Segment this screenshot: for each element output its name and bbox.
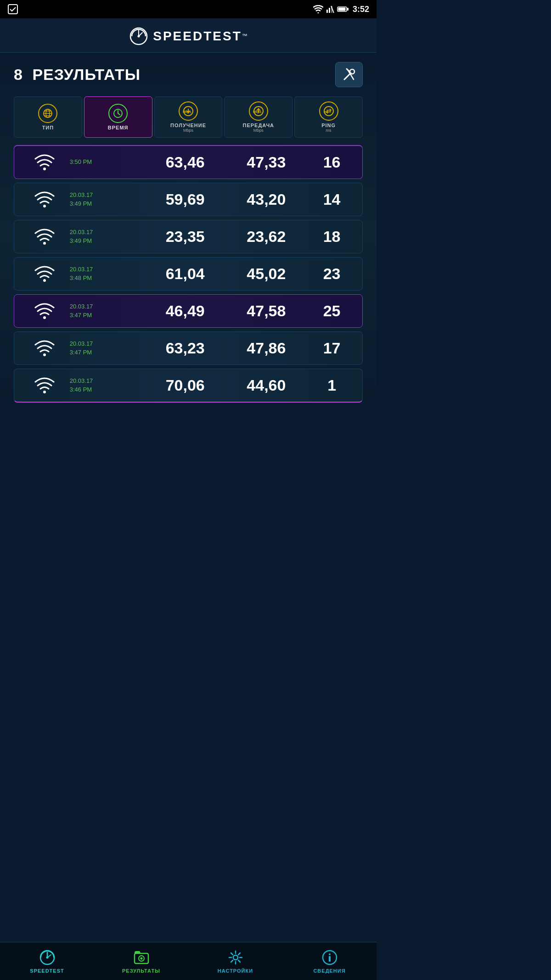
upload-icon: Mbps bbox=[252, 106, 265, 117]
column-headers: ТИП ВРЕМЯ Mbps П bbox=[14, 96, 363, 138]
main-content: 8 РЕЗУЛЬТАТЫ bbox=[0, 53, 377, 412]
speedometer-icon bbox=[129, 27, 148, 46]
download-speed: 61,04 bbox=[145, 265, 226, 283]
timestamp: 20.03.173:49 PM bbox=[70, 191, 145, 207]
svg-rect-8 bbox=[347, 8, 349, 11]
upload-speed: 47,33 bbox=[226, 153, 307, 171]
download-speed: 59,69 bbox=[145, 190, 226, 208]
ping-value: 1 bbox=[307, 376, 357, 394]
download-speed: 70,06 bbox=[145, 376, 226, 394]
svg-point-34 bbox=[43, 168, 46, 170]
battery-icon bbox=[337, 6, 349, 12]
table-row[interactable]: 20.03.173:49 PM23,3523,6218 bbox=[14, 220, 363, 253]
results-count-title: 8 РЕЗУЛЬТАТЫ bbox=[14, 66, 141, 84]
signal-icon bbox=[326, 5, 334, 13]
upload-speed: 23,62 bbox=[226, 228, 307, 246]
upload-speed: 45,02 bbox=[226, 265, 307, 283]
timestamp: 20.03.173:48 PM bbox=[70, 265, 145, 282]
clock-icon bbox=[112, 108, 124, 119]
checkmark-icon bbox=[7, 4, 18, 15]
download-icon: Mbps bbox=[182, 106, 195, 117]
timestamp: 20.03.173:47 PM bbox=[70, 302, 145, 319]
status-left bbox=[7, 4, 18, 15]
table-row[interactable]: 3:50 PM63,4647,3316 bbox=[14, 145, 363, 179]
wifi-type-icon bbox=[20, 377, 70, 394]
ping-value: 18 bbox=[307, 228, 357, 246]
wifi-type-icon bbox=[20, 266, 70, 282]
wifi-type-icon bbox=[20, 154, 70, 171]
app-header: SPEEDTEST™ bbox=[0, 18, 377, 53]
svg-point-40 bbox=[43, 391, 46, 393]
wifi-type-icon bbox=[20, 191, 70, 208]
svg-point-36 bbox=[43, 242, 46, 245]
ping-value: 23 bbox=[307, 265, 357, 283]
svg-point-37 bbox=[43, 279, 46, 282]
app-title: SPEEDTEST™ bbox=[153, 29, 247, 44]
svg-line-15 bbox=[347, 69, 349, 71]
status-bar: 3:52 bbox=[0, 0, 377, 18]
download-speed: 23,35 bbox=[145, 228, 226, 246]
speedtest-logo: SPEEDTEST™ bbox=[129, 27, 247, 46]
table-row[interactable]: 20.03.173:46 PM70,0644,601 bbox=[14, 369, 363, 403]
col-download[interactable]: Mbps ПОЛУЧЕНИЕ Mbps bbox=[154, 96, 223, 138]
timestamp: 3:50 PM bbox=[70, 158, 145, 166]
upload-speed: 43,20 bbox=[226, 190, 307, 208]
timestamp: 20.03.173:49 PM bbox=[70, 228, 145, 245]
wifi-type-icon bbox=[20, 229, 70, 245]
svg-point-13 bbox=[350, 69, 354, 74]
table-row[interactable]: 20.03.173:47 PM46,4947,5825 bbox=[14, 294, 363, 328]
svg-rect-4 bbox=[329, 8, 330, 13]
status-icons bbox=[313, 5, 349, 13]
table-row[interactable]: 20.03.173:48 PM61,0445,0223 bbox=[14, 257, 363, 291]
col-time[interactable]: ВРЕМЯ bbox=[84, 96, 152, 138]
svg-line-23 bbox=[118, 113, 120, 115]
svg-point-38 bbox=[43, 316, 46, 319]
table-row[interactable]: 20.03.173:49 PM59,6943,2014 bbox=[14, 183, 363, 216]
timestamp: 20.03.173:47 PM bbox=[70, 340, 145, 356]
svg-rect-0 bbox=[8, 5, 17, 14]
ping-value: 14 bbox=[307, 190, 357, 208]
table-row[interactable]: 20.03.173:47 PM63,2347,8617 bbox=[14, 331, 363, 365]
ping-icon: ms bbox=[322, 106, 335, 117]
upload-speed: 47,58 bbox=[226, 302, 307, 320]
col-upload[interactable]: Mbps ПЕРЕДАЧА Mbps bbox=[224, 96, 292, 138]
download-speed: 63,46 bbox=[145, 153, 226, 171]
upload-speed: 47,86 bbox=[226, 339, 307, 357]
ping-value: 17 bbox=[307, 339, 357, 357]
svg-point-35 bbox=[43, 205, 46, 207]
wrench-screwdriver-icon bbox=[341, 67, 357, 83]
col-type[interactable]: ТИП bbox=[14, 96, 82, 138]
svg-rect-3 bbox=[326, 10, 328, 13]
results-list: 3:50 PM63,4647,3316 20.03.173:49 PM59,69… bbox=[14, 145, 363, 403]
settings-button[interactable] bbox=[335, 62, 363, 87]
svg-rect-9 bbox=[338, 8, 345, 11]
download-speed: 63,23 bbox=[145, 339, 226, 357]
ping-value: 25 bbox=[307, 302, 357, 320]
timestamp: 20.03.173:46 PM bbox=[70, 377, 145, 393]
status-right: 3:52 bbox=[313, 5, 369, 14]
svg-point-39 bbox=[43, 353, 46, 356]
time-display: 3:52 bbox=[353, 5, 369, 14]
globe-icon bbox=[42, 108, 53, 119]
wifi-type-icon bbox=[20, 340, 70, 357]
download-speed: 46,49 bbox=[145, 302, 226, 320]
wifi-type-icon bbox=[20, 303, 70, 319]
wifi-status-icon bbox=[313, 5, 323, 13]
title-row: 8 РЕЗУЛЬТАТЫ bbox=[14, 62, 363, 87]
svg-point-2 bbox=[317, 12, 319, 14]
col-ping[interactable]: ms PING ms bbox=[294, 96, 363, 138]
ping-value: 16 bbox=[307, 153, 357, 171]
upload-speed: 44,60 bbox=[226, 376, 307, 394]
